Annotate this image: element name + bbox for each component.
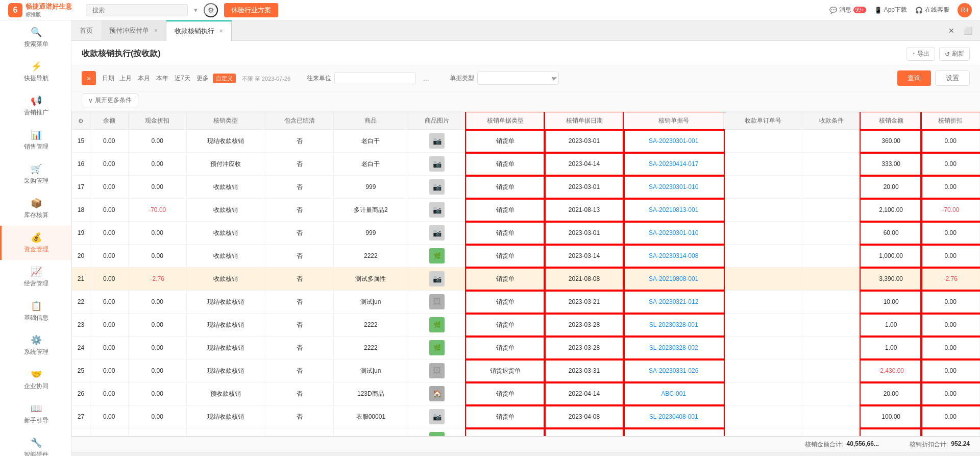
cell-receipt-order xyxy=(724,314,802,337)
bill-no-link[interactable]: ABC-001 xyxy=(661,390,686,397)
cell-id: 20 xyxy=(72,245,90,268)
tab-close-prepayment[interactable]: × xyxy=(154,27,158,34)
maximize-button[interactable]: ⬜ xyxy=(962,25,974,37)
user-avatar[interactable]: Rit xyxy=(958,3,972,17)
cell-bill-no[interactable]: SL-20230418-001 xyxy=(624,428,724,437)
sidebar-item-sales[interactable]: 📊 销售管理 xyxy=(0,123,71,157)
cell-bill-no[interactable]: SA-20210808-001 xyxy=(624,268,724,291)
table-row: 20 0.00 0.00 收款核销 否 2222 🌿 销货单 2023-03-1… xyxy=(72,245,980,268)
bill-no-link[interactable]: SA-20230301-010 xyxy=(649,183,698,190)
cell-bill-no[interactable]: SA-20230414-017 xyxy=(624,153,724,176)
filter-unit-input[interactable] xyxy=(334,72,416,84)
expand-more-button[interactable]: ∨ 展开更多条件 xyxy=(82,93,138,107)
sidebar-item-inventory[interactable]: 📦 库存核算 xyxy=(0,191,71,226)
close-tab-button[interactable]: ✕ xyxy=(945,25,958,37)
bill-no-link[interactable]: SA-20230301-001 xyxy=(649,137,698,145)
cell-bill-no[interactable]: SA-20230301-010 xyxy=(624,176,724,199)
sidebar-item-system[interactable]: ⚙️ 系统管理 xyxy=(0,328,71,363)
bill-no-link[interactable]: SA-20230321-012 xyxy=(649,298,698,305)
horizontal-scrollbar[interactable] xyxy=(71,452,980,456)
chevron-down-icon-expand: ∨ xyxy=(88,97,93,104)
cell-id: 17 xyxy=(72,176,90,199)
tab-prepayment[interactable]: 预付冲应付单 × xyxy=(101,20,166,41)
online-service-button[interactable]: 🎧 在线客服 xyxy=(915,6,949,14)
sidebar-item-finance[interactable]: 💰 资金管理 xyxy=(0,226,71,260)
cell-bill-no[interactable]: SL-20230328-001 xyxy=(624,314,724,337)
filter-date-thisyear[interactable]: 本年 xyxy=(154,73,170,84)
cell-id: 16 xyxy=(72,153,90,176)
cell-bill-no[interactable]: SA-20210813-001 xyxy=(624,199,724,222)
bill-no-link[interactable]: SA-20230314-008 xyxy=(649,252,698,259)
filter-date-7days[interactable]: 近7天 xyxy=(173,73,192,84)
cell-bill-date: 2023-03-28 xyxy=(545,314,623,337)
footer-total-amount-label: 核销金额合计: xyxy=(805,440,843,449)
filter-expand-button[interactable]: » xyxy=(82,71,96,85)
col-verify-discount: 核销折扣 xyxy=(921,112,979,130)
bill-no-link[interactable]: SA-20210808-001 xyxy=(649,275,698,282)
cell-cash-discount: 0.00 xyxy=(128,405,186,428)
bill-no-link[interactable]: SL-20230328-001 xyxy=(649,321,698,328)
footer-total-discount: 核销折扣合计: 952.24 xyxy=(910,440,970,449)
cell-bill-no[interactable]: SA-20230301-010 xyxy=(624,222,724,245)
industry-button[interactable]: 休验行业方案 xyxy=(224,3,278,17)
bill-no-link[interactable]: SL-20230328-002 xyxy=(649,344,698,351)
cell-bill-no[interactable]: SA-20230321-012 xyxy=(624,291,724,314)
cell-bill-no[interactable]: SA-20230314-008 xyxy=(624,245,724,268)
filter-date-more[interactable]: 更多 xyxy=(194,73,211,84)
cell-bill-no[interactable]: SL-20230408-001 xyxy=(624,405,724,428)
filter-date-custom[interactable]: 自定义 xyxy=(213,74,236,83)
cell-cash-discount: 0.00 xyxy=(128,245,186,268)
table-container[interactable]: ⚙ 余额 现金折扣 核销类型 包含已结清 商品 商品图片 核销单据类型 核销单据… xyxy=(71,112,980,436)
cell-goods-img: 🖼 xyxy=(408,291,466,314)
table-row: 18 0.00 -70.00 收款核销 否 多计量商品2 📷 销货单 2021-… xyxy=(72,199,980,222)
gear-button[interactable]: ⚙ xyxy=(204,3,218,17)
filter-type-select[interactable] xyxy=(477,71,559,85)
sidebar-item-search[interactable]: 🔍 搜索菜单 xyxy=(0,20,71,55)
cell-receipt-condition xyxy=(802,245,861,268)
filter-date-lastmonth[interactable]: 上月 xyxy=(117,73,134,84)
sidebar-item-hardware[interactable]: 🔧 智能硬件 xyxy=(0,431,71,456)
sidebar-item-quicknav[interactable]: ⚡ 快捷导航 xyxy=(0,55,71,89)
bill-no-link[interactable]: SA-20230301-010 xyxy=(649,229,698,236)
sidebar-item-purchase[interactable]: 🛒 采购管理 xyxy=(0,157,71,191)
table-row: 23 0.00 0.00 现结收款核销 否 2222 🌿 销货单 2023-03… xyxy=(72,314,980,337)
filter-date-thismonth[interactable]: 本月 xyxy=(136,73,152,84)
bill-no-link[interactable]: SA-20210813-001 xyxy=(649,206,698,213)
cell-bill-no[interactable]: ABC-001 xyxy=(624,382,724,405)
cell-bill-no[interactable]: SA-20230331-026 xyxy=(624,359,724,382)
tab-home[interactable]: 首页 xyxy=(71,20,101,41)
refresh-button[interactable]: ↺ 刷新 xyxy=(939,47,970,61)
sidebar-item-cooperation[interactable]: 🤝 企业协同 xyxy=(0,363,71,397)
cell-receipt-condition xyxy=(802,153,861,176)
sidebar-item-baseinfo[interactable]: 📋 基础信息 xyxy=(0,294,71,328)
export-button[interactable]: ↑ 导出 xyxy=(906,47,935,61)
sidebar-item-guide[interactable]: 📖 新手引导 xyxy=(0,397,71,431)
filter-expand-more-bar: ∨ 展开更多条件 xyxy=(71,91,980,112)
cell-bill-type: 销货单 xyxy=(466,222,545,245)
message-button[interactable]: 💬 消息 99+ xyxy=(829,6,866,14)
col-verify-amount: 核销金额 xyxy=(861,112,921,130)
cell-receipt-condition xyxy=(802,314,861,337)
bill-no-link[interactable]: SL-20230408-001 xyxy=(649,413,698,420)
cooperation-icon: 🤝 xyxy=(31,369,42,380)
sidebar-item-marketing[interactable]: 📢 营销推广 xyxy=(0,89,71,123)
cell-bill-no[interactable]: SL-20230328-002 xyxy=(624,337,724,359)
col-settings[interactable]: ⚙ xyxy=(72,112,90,130)
tab-close-verification[interactable]: × xyxy=(219,28,223,35)
cell-id: 23 xyxy=(72,314,90,337)
cell-goods: 2222 xyxy=(334,245,408,268)
set-button[interactable]: 设置 xyxy=(935,70,970,86)
sidebar-item-operations[interactable]: 📈 经营管理 xyxy=(0,260,71,294)
app-download-button[interactable]: 📱 App下载 xyxy=(874,6,907,14)
cell-bill-no[interactable]: SA-20230301-001 xyxy=(624,130,724,153)
filter-date-options: 上月 本月 本年 近7天 更多 自定义 xyxy=(117,73,236,84)
tab-verification[interactable]: 收款核销执行 × xyxy=(166,20,232,41)
app-logo: 6 畅捷通谱好生意 标推版 xyxy=(8,2,80,18)
cell-balance: 0.00 xyxy=(90,428,129,437)
bill-no-link[interactable]: SA-20230331-026 xyxy=(649,367,698,374)
query-button[interactable]: 查询 xyxy=(897,70,931,86)
quicknav-icon: ⚡ xyxy=(31,61,42,72)
cell-goods-img: 🌿 xyxy=(408,314,466,337)
bill-no-link[interactable]: SA-20230414-017 xyxy=(649,160,698,167)
search-input[interactable] xyxy=(86,4,188,16)
